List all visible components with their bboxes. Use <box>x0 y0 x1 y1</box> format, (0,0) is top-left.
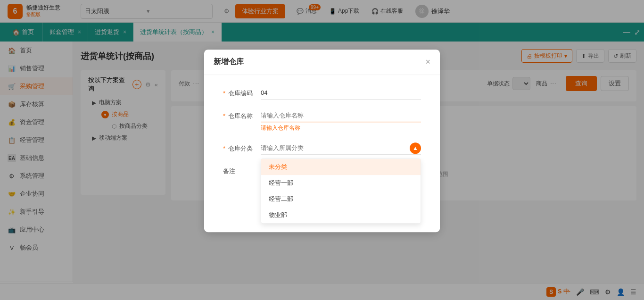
warehouse-category-label: * 仓库分类 <box>223 142 261 153</box>
warehouse-name-field: 请输入仓库名称 <box>261 109 421 132</box>
warehouse-category-field: ▲ 未分类 经营一部 经营二部 物业部 <box>261 142 421 155</box>
warehouse-category-input[interactable] <box>261 142 421 155</box>
warehouse-code-label: * 仓库编码 <box>223 86 261 98</box>
modal-header: 新增仓库 × <box>204 50 440 75</box>
warehouse-code-field <box>261 86 421 100</box>
required-star-code: * <box>223 90 225 97</box>
warehouse-name-row: * 仓库名称 请输入仓库名称 <box>223 109 421 132</box>
required-star-cat: * <box>223 145 225 152</box>
warehouse-category-wrap: ▲ 未分类 经营一部 经营二部 物业部 <box>261 142 421 155</box>
category-arrow-button[interactable]: ▲ <box>410 142 421 154</box>
notes-label: 备注 <box>223 164 261 175</box>
category-dropdown: 未分类 经营一部 经营二部 物业部 <box>261 158 421 224</box>
dropdown-item-uncategorized[interactable]: 未分类 <box>261 159 421 175</box>
modal-close-button[interactable]: × <box>425 57 430 67</box>
add-warehouse-modal: 新增仓库 × * 仓库编码 * 仓库名称 请输入仓库名称 <box>204 50 440 232</box>
warehouse-name-label: * 仓库名称 <box>223 109 261 120</box>
warehouse-code-row: * 仓库编码 <box>223 86 421 100</box>
warehouse-name-input[interactable] <box>261 109 421 122</box>
dropdown-item-dept3[interactable]: 物业部 <box>261 207 421 223</box>
dropdown-item-dept1[interactable]: 经营一部 <box>261 175 421 191</box>
required-star-name: * <box>223 112 225 119</box>
warehouse-name-error: 请输入仓库名称 <box>261 124 421 132</box>
dropdown-item-dept2[interactable]: 经营二部 <box>261 191 421 207</box>
modal-body: * 仓库编码 * 仓库名称 请输入仓库名称 * 仓库分类 <box>204 75 440 203</box>
warehouse-code-input[interactable] <box>261 86 421 100</box>
modal-title: 新增仓库 <box>214 57 244 67</box>
warehouse-category-row: * 仓库分类 ▲ 未分类 经营一部 经营二部 物业部 <box>223 142 421 155</box>
